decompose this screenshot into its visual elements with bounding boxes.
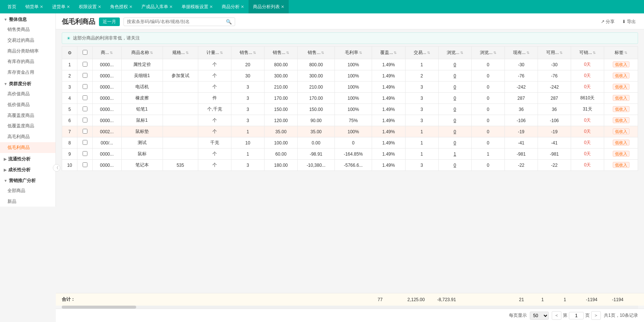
nav-item-sales[interactable]: 销货单 ✕ — [21, 0, 48, 13]
sidebar-group-growth[interactable]: ▶ 成长性分析 — [0, 164, 55, 175]
row-checkbox[interactable] — [77, 82, 93, 93]
row-gross-margin: 100% — [334, 93, 372, 104]
nav-item-home[interactable]: 首页 — [3, 0, 21, 13]
row-code: 0000... — [92, 82, 121, 93]
row-no: 6 — [62, 115, 77, 126]
nav-close-role[interactable]: ✕ — [129, 4, 132, 9]
sidebar-item-category-sales-rate[interactable]: 商品分类助销率 — [0, 46, 55, 57]
next-page-button[interactable]: ＞ — [591, 311, 601, 320]
row-tag: 低收入 — [604, 137, 638, 149]
col-stock-sellable[interactable]: 可销...⇅ — [571, 47, 604, 59]
nav-close-purchase[interactable]: ✕ — [67, 4, 70, 9]
nav-close-template[interactable]: ✕ — [209, 4, 213, 9]
sidebar-item-low-value[interactable]: 低价值商品 — [0, 99, 55, 110]
nav-close-sales[interactable]: ✕ — [40, 4, 43, 9]
row-checkbox[interactable] — [77, 160, 93, 171]
sidebar-group-marketing[interactable]: ▼ 营销推广分析 — [0, 175, 55, 185]
col-sales-amount[interactable]: 销售...⇅ — [298, 47, 335, 59]
col-tag[interactable]: 标签⇅ — [604, 47, 638, 59]
row-checkbox[interactable] — [77, 137, 93, 149]
nav-item-purchase[interactable]: 进货单 ✕ — [48, 0, 74, 13]
sidebar-item-low-margin[interactable]: 低毛利商品 — [0, 142, 55, 153]
row-stock-available: -30 — [538, 59, 571, 70]
col-views1[interactable]: 浏览...⇅ — [438, 47, 471, 59]
search-icon[interactable]: 🔍 — [226, 19, 232, 25]
sidebar-group-overall[interactable]: ▼ 整体信息 — [0, 13, 55, 24]
sidebar-collapse-button[interactable]: 《 — [53, 164, 60, 172]
row-checkbox[interactable] — [77, 115, 93, 126]
sidebar-item-high-coverage[interactable]: 高覆盖度商品 — [0, 110, 55, 121]
search-input[interactable] — [127, 19, 226, 24]
col-spec[interactable]: 规格...⇅ — [163, 47, 198, 59]
row-coverage: 1.49% — [372, 115, 405, 126]
row-stock-current: 36 — [504, 104, 538, 115]
row-tag: 低收入 — [604, 149, 638, 160]
row-spec — [163, 126, 198, 137]
col-code[interactable]: 商...⇅ — [92, 47, 121, 59]
page-input[interactable] — [569, 312, 584, 319]
row-checkbox[interactable] — [77, 149, 93, 160]
horizontal-scrollbar[interactable] — [62, 306, 638, 309]
col-sales-qty[interactable]: 销售...⇅ — [231, 47, 264, 59]
prev-page-button[interactable]: ＜ — [552, 311, 561, 320]
sidebar-group-cluster[interactable]: ▼ 类群度分析 — [0, 78, 55, 89]
select-all-checkbox[interactable] — [83, 50, 87, 55]
sidebar-item-high-margin[interactable]: 高毛利商品 — [0, 131, 55, 142]
export-button[interactable]: ⬇ 导出 — [620, 17, 638, 26]
row-sales-price: 100.00 — [265, 137, 298, 149]
nav-item-template[interactable]: 单据模板设置 ✕ — [177, 0, 217, 13]
nav-close-goods-analysis[interactable]: ✕ — [241, 4, 244, 9]
col-unit[interactable]: 计量...⇅ — [198, 47, 231, 59]
row-sales-qty: 20 — [231, 59, 264, 70]
col-stock-available[interactable]: 可用...⇅ — [538, 47, 571, 59]
sidebar-item-all-goods[interactable]: 全部商品 — [0, 185, 55, 196]
nav-item-product-stock[interactable]: 产成品入库单 ✕ — [137, 0, 177, 13]
nav-item-role[interactable]: 角色授权 ✕ — [106, 0, 137, 13]
col-coverage[interactable]: 覆盖...⇅ — [372, 47, 405, 59]
col-views2[interactable]: 浏览...⇅ — [471, 47, 504, 59]
row-checkbox[interactable] — [77, 104, 93, 115]
col-checkbox[interactable] — [77, 47, 93, 59]
row-views2: 0 — [471, 59, 504, 70]
row-views1: 0 — [438, 137, 471, 149]
nav-close-product-stock[interactable]: ✕ — [169, 4, 173, 9]
col-transactions[interactable]: 交易...⇅ — [405, 47, 438, 59]
row-transactions: 1 — [405, 59, 438, 70]
sidebar-item-low-coverage[interactable]: 低覆盖度商品 — [0, 121, 55, 131]
sidebar-item-sales-goods[interactable]: 销售类商品 — [0, 24, 55, 35]
row-name: 电话机 — [121, 82, 163, 93]
col-name[interactable]: 商品名称⇅ — [121, 47, 163, 59]
sidebar-group-flow[interactable]: ▶ 流通性分析 — [0, 153, 55, 164]
row-views2: 0 — [471, 104, 504, 115]
row-sales-amount: -98.91 — [298, 149, 335, 160]
sidebar-item-stock-capital[interactable]: 库存资金占用 — [0, 67, 55, 78]
col-sales-price[interactable]: 销售...⇅ — [265, 47, 298, 59]
row-checkbox[interactable] — [77, 70, 93, 82]
nav-item-goods-list[interactable]: 商品分析列表 ✕ — [249, 0, 289, 13]
scrollbar-thumb[interactable] — [62, 306, 136, 309]
nav-close-permissions[interactable]: ✕ — [98, 4, 101, 9]
row-checkbox[interactable] — [77, 93, 93, 104]
row-checkbox[interactable] — [77, 59, 93, 70]
page-label: 第 — [563, 312, 567, 319]
sidebar-item-high-value[interactable]: 高价值商品 — [0, 89, 55, 99]
nav-item-permissions[interactable]: 权限设置 ✕ — [74, 0, 106, 13]
row-spec — [163, 104, 198, 115]
row-unit: 个 — [198, 59, 231, 70]
share-button[interactable]: ↗ 分享 — [599, 17, 617, 26]
period-button[interactable]: 近一月 — [99, 17, 120, 26]
sidebar-item-stocked-goods[interactable]: 有库存的商品 — [0, 56, 55, 67]
col-stock-current[interactable]: 现有...⇅ — [504, 47, 538, 59]
nav-item-goods-analysis[interactable]: 商品分析 ✕ — [217, 0, 249, 13]
col-gross-margin[interactable]: 毛利率⇅ — [334, 47, 372, 59]
row-unit: 个 — [198, 70, 231, 82]
row-checkbox[interactable] — [77, 126, 93, 137]
nav-close-goods-list[interactable]: ✕ — [281, 4, 284, 9]
row-stock-available: -106 — [538, 115, 571, 126]
row-name: 鼠标1 — [121, 115, 163, 126]
row-views1: 0 — [438, 126, 471, 137]
per-page-select[interactable]: 50 100 200 — [530, 312, 549, 320]
col-settings[interactable]: ⚙ — [62, 47, 77, 59]
sidebar-item-new-goods[interactable]: 新品 — [0, 196, 55, 207]
sidebar-item-traded-goods[interactable]: 交易过的商品 — [0, 35, 55, 46]
